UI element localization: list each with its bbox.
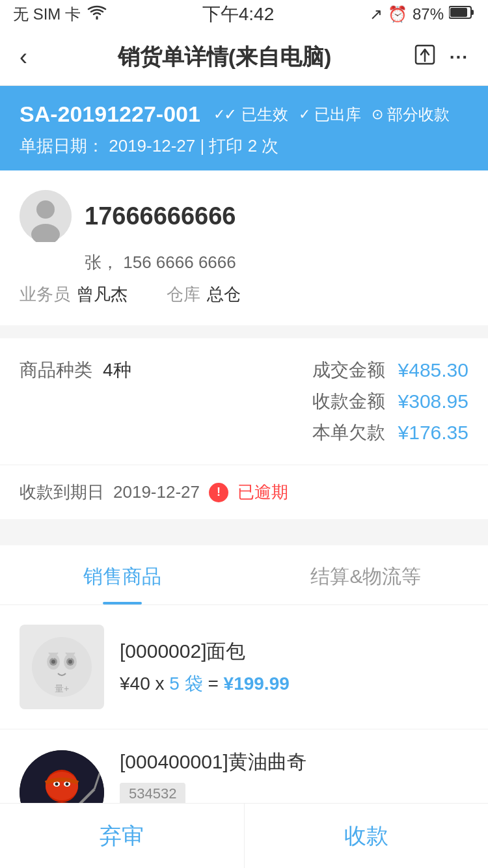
customer-name-phone: 张， 156 6666 6666 — [20, 251, 468, 274]
back-button[interactable]: ‹ — [20, 44, 59, 71]
salesman-label: 业务员 — [20, 283, 70, 306]
share-icon[interactable] — [413, 43, 437, 72]
customer-section: 17666666666 张， 156 6666 6666 业务员 曾凡杰 仓库 … — [0, 170, 488, 325]
product-tag-cookie: 534532 — [120, 783, 185, 805]
received-label: 收款金额 — [312, 389, 385, 414]
salesman-item: 业务员 曾凡杰 — [20, 283, 128, 306]
status-left: 无 SIM 卡 — [13, 4, 107, 25]
owed-label: 本单欠款 — [312, 420, 385, 445]
product-item-bread: 量+ [0000002]面包 ¥40 x 5 袋 = ¥199.99 — [0, 605, 488, 729]
product-price-bread: ¥40 x 5 袋 = ¥199.99 — [120, 671, 468, 696]
wifi-icon — [87, 5, 107, 23]
tab-sales-products[interactable]: 销售商品 — [0, 545, 244, 604]
customer-name-label: 张 — [85, 252, 102, 272]
owed-value: ¥176.35 — [398, 422, 468, 444]
order-banner: SA-20191227-001 ✓ ✓ 已生效 ✓ 已出库 ⊙ 部分收款 单据日… — [0, 86, 488, 170]
svg-rect-1 — [471, 10, 474, 15]
badge-partial: ⊙ 部分收款 — [372, 104, 450, 125]
alarm-icon: ⏰ — [388, 5, 407, 23]
location-icon: ↗ — [370, 5, 383, 23]
divider-2 — [0, 519, 488, 532]
product-types-label: 商品种类 — [20, 358, 92, 383]
warehouse-value: 总仓 — [207, 283, 241, 306]
svg-point-14 — [68, 660, 72, 664]
svg-rect-2 — [450, 8, 467, 17]
svg-point-22 — [66, 783, 69, 786]
svg-point-21 — [55, 783, 59, 786]
payment-button[interactable]: 收款 — [245, 804, 489, 868]
tab-settlement[interactable]: 结算&物流等 — [244, 545, 488, 604]
cancel-review-button[interactable]: 弃审 — [0, 804, 245, 868]
order-date: 单据日期： 2019-12-27 | 打印 2 次 — [20, 135, 468, 157]
product-types-value: 4种 — [103, 358, 131, 383]
product-name-cookie: [000400001]黄油曲奇 — [120, 749, 468, 776]
customer-avatar — [20, 190, 72, 242]
more-icon[interactable]: ··· — [450, 47, 468, 68]
deal-amount-line: 成交金额 ¥485.30 — [312, 358, 468, 383]
badge-shipped: ✓ 已出库 — [299, 104, 361, 125]
sim-label: 无 SIM 卡 — [13, 4, 81, 25]
salesman-value: 曾凡杰 — [77, 283, 128, 306]
status-right: ↗ ⏰ 87% — [370, 5, 475, 23]
svg-point-13 — [51, 660, 55, 664]
svg-text:量+: 量+ — [55, 683, 69, 694]
divider-1 — [0, 325, 488, 338]
customer-alt-phone: 156 6666 6666 — [123, 252, 236, 272]
price-total-bread: ¥199.99 — [224, 673, 290, 694]
warehouse-item: 仓库 总仓 — [167, 283, 241, 306]
svg-point-6 — [36, 200, 55, 219]
warehouse-label: 仓库 — [167, 283, 200, 306]
order-date-value: 2019-12-27 — [109, 136, 195, 156]
page-title: 销货单详情(来自电脑) — [59, 42, 390, 72]
due-date-value: 2019-12-27 — [113, 482, 200, 502]
overdue-icon: ! — [209, 483, 228, 502]
battery-icon — [449, 5, 475, 23]
deal-amount-value: ¥485.30 — [398, 359, 468, 381]
price-base-bread: ¥40 — [120, 673, 150, 694]
nav-actions: ··· — [390, 43, 468, 72]
received-line: 收款金额 ¥308.95 — [312, 389, 468, 414]
badge-effective: ✓ ✓ 已生效 — [213, 104, 288, 125]
overdue-text: 已逾期 — [237, 481, 288, 504]
price-qty-bread: 5 — [169, 673, 180, 694]
price-unit-bread: 袋 — [185, 673, 203, 694]
customer-phone: 17666666666 — [85, 202, 236, 230]
deal-amount-label: 成交金额 — [312, 358, 385, 383]
received-value: ¥308.95 — [398, 390, 468, 413]
svg-point-18 — [46, 772, 78, 800]
status-time: 下午4:42 — [202, 2, 275, 27]
nav-bar: ‹ 销货单详情(来自电脑) ··· — [0, 29, 488, 86]
owed-line: 本单欠款 ¥176.35 — [312, 420, 468, 445]
print-count: 2 — [248, 136, 257, 156]
stats-section: 商品种类 4种 成交金额 ¥485.30 收款金额 ¥308.95 本单欠款 ¥… — [0, 338, 488, 465]
bottom-bar: 弃审 收款 — [0, 803, 488, 868]
due-section: 收款到期日 2019-12-27 ! 已逾期 — [0, 465, 488, 519]
status-bar: 无 SIM 卡 下午4:42 ↗ ⏰ 87% — [0, 0, 488, 29]
due-date-label: 收款到期日 — [20, 481, 104, 504]
product-thumb-bread: 量+ — [20, 625, 104, 709]
battery-level: 87% — [413, 5, 444, 23]
product-name-bread: [0000002]面包 — [120, 638, 468, 665]
product-info-bread: [0000002]面包 ¥40 x 5 袋 = ¥199.99 — [120, 638, 468, 696]
order-id: SA-20191227-001 — [20, 102, 200, 127]
